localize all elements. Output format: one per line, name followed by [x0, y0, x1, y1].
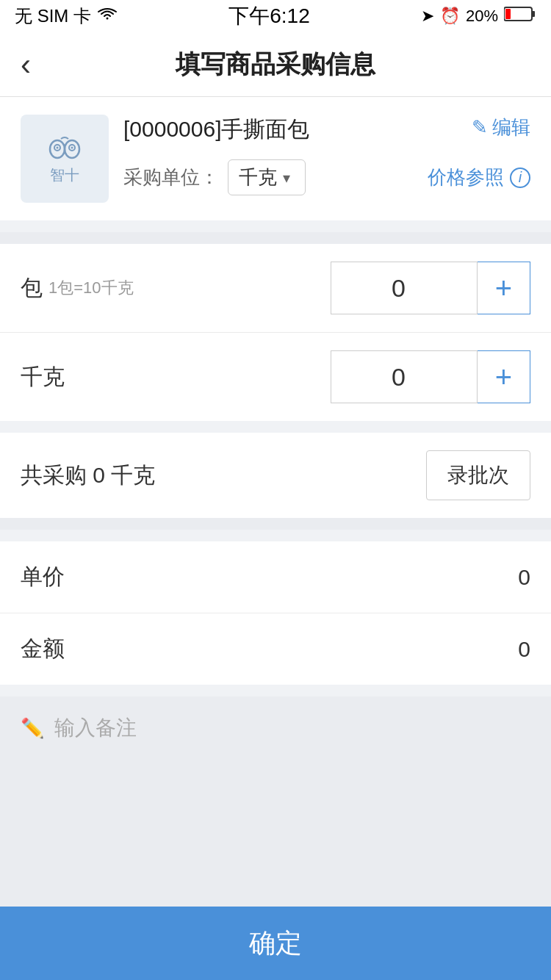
- page-title: 填写商品采购信息: [176, 48, 375, 82]
- kg-label: 千克: [21, 362, 65, 392]
- unit-price-label: 单价: [21, 562, 65, 592]
- price-section: 单价 0 金额 0: [0, 541, 551, 685]
- plus-icon-kg: +: [495, 361, 512, 394]
- edit-label: 编辑: [492, 115, 530, 140]
- wifi-icon: [97, 6, 118, 26]
- battery-percent: 20%: [466, 7, 498, 26]
- price-ref-button[interactable]: 价格参照 i: [428, 165, 530, 190]
- product-thumb-label: 智十: [50, 165, 79, 185]
- back-button[interactable]: ‹: [21, 47, 31, 82]
- unit-price-row: 单价 0: [0, 541, 551, 613]
- product-logo-icon: [43, 133, 87, 162]
- bag-input-wrapper: +: [331, 262, 530, 314]
- svg-point-3: [50, 140, 65, 158]
- product-name: [0000006]手撕面包: [123, 115, 309, 145]
- back-icon: ‹: [21, 47, 31, 82]
- info-icon: i: [510, 167, 530, 188]
- dropdown-arrow-icon: ▾: [283, 169, 290, 187]
- location-icon: ➤: [421, 7, 434, 26]
- amount-label: 金额: [21, 634, 65, 664]
- status-time: 下午6:12: [228, 2, 310, 30]
- input-section: 包 1包=10千克 + 千克 +: [0, 244, 551, 421]
- unit-select[interactable]: 千克 ▾: [228, 159, 306, 195]
- svg-rect-2: [505, 9, 511, 19]
- bag-plus-button[interactable]: +: [478, 262, 530, 314]
- kg-input-wrapper: +: [331, 350, 530, 403]
- amount-row: 金额 0: [0, 613, 551, 685]
- summary-text: 共采购 0 千克: [21, 461, 155, 491]
- status-right: ➤ ⏰ 20%: [421, 6, 536, 26]
- product-thumbnail: 智十: [21, 115, 109, 203]
- svg-rect-1: [532, 11, 535, 17]
- svg-point-7: [57, 146, 59, 148]
- svg-point-8: [71, 146, 73, 148]
- kg-input-row: 千克 +: [0, 333, 551, 421]
- confirm-button[interactable]: 确定: [0, 907, 551, 980]
- product-unit-row: 采购单位： 千克 ▾ 价格参照 i: [123, 159, 530, 195]
- bag-input-row: 包 1包=10千克 +: [0, 244, 551, 333]
- kg-input[interactable]: [331, 350, 478, 403]
- pencil-icon: ✏️: [21, 717, 44, 740]
- product-header: [0000006]手撕面包 ✎ 编辑: [123, 115, 530, 145]
- kg-plus-button[interactable]: +: [478, 350, 530, 403]
- battery-icon: [504, 6, 536, 26]
- status-left: 无 SIM 卡: [15, 4, 118, 28]
- divider-1: [0, 232, 551, 244]
- alarm-icon: ⏰: [440, 7, 460, 26]
- product-card: 智十 [0000006]手撕面包 ✎ 编辑 采购单位： 千克 ▾ 价格参照 i: [0, 97, 551, 220]
- bag-label: 包: [21, 273, 43, 303]
- price-ref-label: 价格参照: [428, 165, 504, 190]
- divider-2: [0, 518, 551, 530]
- svg-point-4: [65, 140, 79, 158]
- product-info: [0000006]手撕面包 ✎ 编辑 采购单位： 千克 ▾ 价格参照 i: [123, 115, 530, 195]
- unit-price-value: 0: [518, 565, 530, 590]
- plus-icon: +: [495, 272, 512, 305]
- edit-button[interactable]: ✎ 编辑: [472, 115, 530, 140]
- nav-bar: ‹ 填写商品采购信息: [0, 32, 551, 97]
- unit-label: 采购单位：: [123, 165, 219, 190]
- summary-section: 共采购 0 千克 录批次: [0, 433, 551, 518]
- status-bar: 无 SIM 卡 下午6:12 ➤ ⏰ 20%: [0, 0, 551, 32]
- notes-section[interactable]: ✏️ 输入备注: [0, 696, 551, 760]
- bag-input[interactable]: [331, 262, 478, 314]
- batch-button[interactable]: 录批次: [426, 450, 530, 500]
- amount-value: 0: [518, 637, 530, 662]
- unit-value: 千克: [239, 165, 277, 190]
- edit-icon: ✎: [472, 116, 488, 139]
- bag-sub-label: 1包=10千克: [48, 277, 134, 299]
- carrier-text: 无 SIM 卡: [15, 4, 91, 28]
- notes-placeholder: 输入备注: [54, 714, 137, 742]
